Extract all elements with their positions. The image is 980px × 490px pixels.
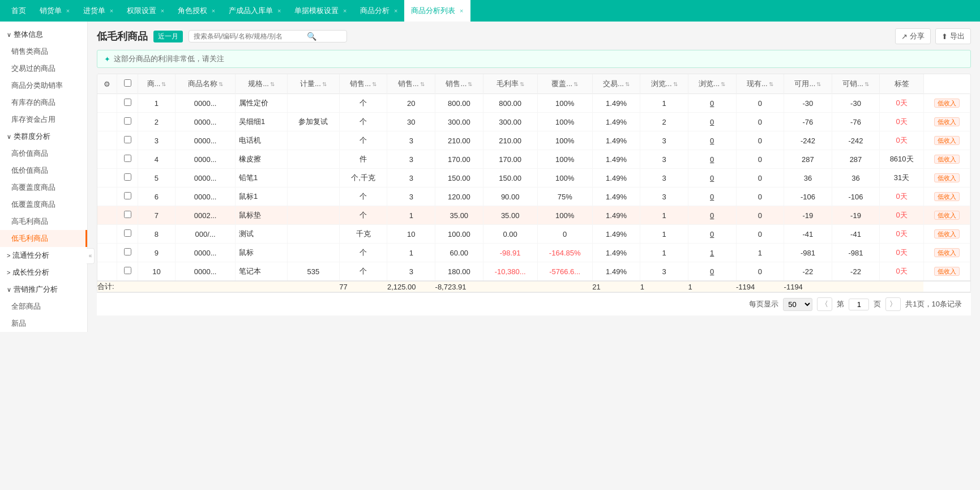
sidebar-item-all-goods[interactable]: 全部商品 [0, 298, 87, 315]
page-size-select[interactable]: 50 100 200 [783, 298, 812, 311]
col-name[interactable]: 商品名称⇅ [176, 74, 236, 94]
sidebar-item-category-rate[interactable]: 商品分类助销率 [0, 77, 87, 94]
row-browse1[interactable]: 0 [688, 206, 736, 225]
row-name[interactable]: 笔记本 [236, 262, 288, 282]
row-browse1[interactable]: 0 [688, 225, 736, 244]
row-name[interactable]: 铅笔1 [236, 169, 288, 188]
row-browse1[interactable]: 0 [688, 169, 736, 188]
sidebar-item-traded-goods[interactable]: 交易过的商品 [0, 60, 87, 77]
sidebar-group-marketing[interactable]: ∨ 营销推广分析 [0, 281, 87, 298]
col-check[interactable] [117, 74, 138, 94]
nav-sales-close[interactable]: × [66, 7, 70, 14]
export-button[interactable]: ⬆ 导出 [935, 28, 971, 44]
row-browse1[interactable]: 0 [688, 94, 736, 113]
row-check[interactable] [117, 169, 138, 188]
search-input[interactable] [194, 32, 307, 40]
row-checkbox[interactable] [124, 99, 131, 106]
nav-product-close[interactable]: × [277, 7, 281, 14]
row-check[interactable] [117, 225, 138, 244]
sidebar-item-low-margin[interactable]: 低毛利商品 [0, 230, 87, 247]
col-tag[interactable]: 标签 [880, 74, 924, 94]
sidebar-item-stock-capital[interactable]: 库存资金占用 [0, 111, 87, 128]
nav-sales[interactable]: 销货单 × [33, 0, 76, 22]
row-checkbox[interactable] [124, 173, 131, 181]
row-browse1[interactable]: 0 [688, 262, 736, 282]
nav-permission-close[interactable]: × [161, 7, 164, 14]
row-browse1[interactable]: 0 [688, 150, 736, 169]
sidebar-item-high-value[interactable]: 高价值商品 [0, 145, 87, 162]
col-transaction[interactable]: 交易...⇅ [592, 74, 640, 94]
row-check[interactable] [117, 188, 138, 206]
nav-list-close[interactable]: × [460, 7, 463, 14]
nav-analysis-close[interactable]: × [394, 7, 397, 14]
row-name[interactable]: 电话机 [236, 131, 288, 150]
row-name[interactable]: 鼠标垫 [236, 206, 288, 225]
row-browse1[interactable]: 0 [688, 131, 736, 150]
nav-template[interactable]: 单据模板设置 × [288, 0, 353, 22]
col-coverage[interactable]: 覆盖...⇅ [537, 74, 592, 94]
row-browse1[interactable]: 0 [688, 113, 736, 131]
row-name[interactable]: 测试 [236, 225, 288, 244]
col-browse1[interactable]: 浏览...⇅ [640, 74, 688, 94]
nav-role[interactable]: 角色授权 × [171, 0, 222, 22]
row-check[interactable] [117, 206, 138, 225]
nav-purchase-close[interactable]: × [110, 7, 113, 14]
nav-role-close[interactable]: × [212, 7, 215, 14]
row-check[interactable] [117, 94, 138, 113]
col-sellable[interactable]: 可销...⇅ [832, 74, 880, 94]
sidebar-group-growth[interactable]: > 成长性分析 [0, 264, 87, 281]
col-gross-rate[interactable]: 毛利率⇅ [483, 74, 537, 94]
col-sales-profit[interactable]: 销售...⇅ [435, 74, 483, 94]
col-browse2[interactable]: 浏览...⇅ [688, 74, 736, 94]
sidebar-item-new-goods[interactable]: 新品 [0, 315, 87, 332]
nav-purchase[interactable]: 进货单 × [76, 0, 120, 22]
prev-page-btn[interactable]: 〈 [817, 297, 832, 311]
col-available[interactable]: 可用...⇅ [784, 74, 832, 94]
row-checkbox[interactable] [124, 211, 131, 218]
sidebar-collapse-btn[interactable]: « [87, 248, 95, 264]
row-check[interactable] [117, 244, 138, 262]
share-button[interactable]: ↗ 分享 [895, 28, 931, 44]
nav-product-analysis[interactable]: 商品分析 × [353, 0, 404, 22]
row-check[interactable] [117, 262, 138, 282]
sidebar-item-sales-goods[interactable]: 销售类商品 [0, 43, 87, 60]
nav-product-entry[interactable]: 产成品入库单 × [222, 0, 288, 22]
sidebar-item-high-coverage[interactable]: 高覆盖度商品 [0, 179, 87, 196]
row-checkbox[interactable] [124, 192, 131, 199]
sidebar-group-overview[interactable]: ∨ 整体信息 [0, 26, 87, 43]
sidebar-group-cluster[interactable]: ∨ 类群度分析 [0, 128, 87, 145]
row-checkbox[interactable] [124, 229, 131, 237]
page-input[interactable] [849, 299, 869, 310]
col-sales-qty[interactable]: 销售...⇅ [339, 74, 387, 94]
row-browse1[interactable]: 1 [688, 244, 736, 262]
row-checkbox[interactable] [124, 267, 131, 274]
row-name[interactable]: 鼠标1 [236, 188, 288, 206]
col-current-stock[interactable]: 现有...⇅ [736, 74, 784, 94]
sidebar-item-stocked-goods[interactable]: 有库存的商品 [0, 94, 87, 111]
col-sales-price[interactable]: 销售...⇅ [387, 74, 435, 94]
row-checkbox[interactable] [124, 248, 131, 255]
row-check[interactable] [117, 150, 138, 169]
row-check[interactable] [117, 131, 138, 150]
nav-home[interactable]: 首页 [5, 0, 33, 22]
sidebar-item-high-margin[interactable]: 高毛利商品 [0, 213, 87, 230]
search-icon[interactable]: 🔍 [307, 32, 316, 41]
row-checkbox[interactable] [124, 136, 131, 143]
row-checkbox[interactable] [124, 117, 131, 125]
row-name[interactable]: 吴细细1 [236, 113, 288, 131]
sidebar-group-flow[interactable]: > 流通性分析 [0, 247, 87, 264]
row-name[interactable]: 属性定价 [236, 94, 288, 113]
row-checkbox[interactable] [124, 155, 131, 162]
next-page-btn[interactable]: 〉 [885, 297, 901, 311]
select-all-checkbox[interactable] [124, 79, 131, 87]
col-code[interactable]: 商...⇅ [138, 74, 175, 94]
row-check[interactable] [117, 113, 138, 131]
date-filter-btn[interactable]: 近一月 [153, 31, 183, 42]
row-name[interactable]: 鼠标 [236, 244, 288, 262]
col-unit[interactable]: 计量...⇅ [287, 74, 339, 94]
nav-permission[interactable]: 权限设置 × [120, 0, 171, 22]
sidebar-item-low-value[interactable]: 低价值商品 [0, 162, 87, 179]
row-name[interactable]: 橡皮擦 [236, 150, 288, 169]
row-browse1[interactable]: 0 [688, 188, 736, 206]
nav-template-close[interactable]: × [343, 7, 346, 14]
